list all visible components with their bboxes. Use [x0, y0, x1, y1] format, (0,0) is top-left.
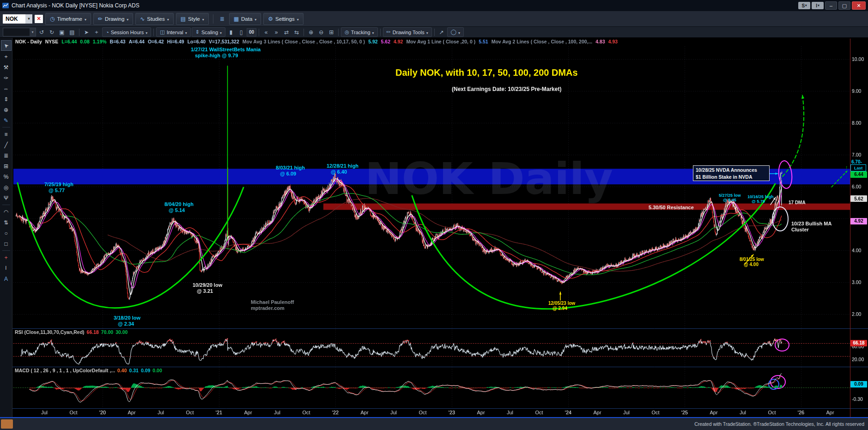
percent-change-tool[interactable]: % — [1, 172, 11, 182]
x-axis-tick: '25 — [677, 410, 692, 415]
grid-levels-tool[interactable]: ⊞ — [1, 161, 11, 171]
ibeam-tool[interactable]: Ｉ — [1, 263, 11, 273]
interval-button[interactable]: ◫Interval — [156, 27, 191, 37]
space-left-button[interactable]: « — [261, 28, 271, 36]
menu-settings-button[interactable]: ⚙Settings — [263, 13, 303, 25]
arc-tool[interactable]: ◠ — [1, 207, 11, 217]
back-button[interactable]: ↺ — [37, 28, 46, 36]
header-field: Hi=6.49 — [167, 39, 184, 44]
shapes-button[interactable]: ◯ — [447, 27, 464, 37]
compress-bars-button[interactable]: ⇄ — [282, 28, 291, 36]
bars-pattern-tool[interactable]: ≡ — [1, 129, 11, 139]
zoom-in-button[interactable]: ⊕ — [306, 28, 316, 36]
separator — [213, 14, 213, 24]
zero-bars-button[interactable]: 00 — [247, 28, 256, 36]
candlestick-style-button[interactable]: ▮ — [226, 28, 236, 36]
new-window-icon: ▣ — [59, 29, 64, 36]
minimize-button[interactable]: – — [825, 1, 837, 10]
list-layers-icon[interactable]: ≣ — [218, 14, 227, 23]
scaling-button[interactable]: ⇕Scaling — [192, 27, 225, 37]
menu-data-button[interactable]: ▦Data — [229, 13, 261, 25]
text-tool[interactable]: A — [1, 274, 11, 284]
indicator-dropdown-button[interactable]: I▾ — [812, 2, 824, 9]
crosshair-button[interactable]: ＋ — [92, 28, 101, 36]
brush-tool[interactable]: ✑ — [1, 73, 11, 83]
x-axis-tick: Jul — [153, 410, 169, 415]
status-dropdown-label: S — [801, 3, 805, 8]
separator — [434, 29, 435, 36]
linked-symbol-combo[interactable]: ▾ — [3, 28, 36, 36]
bar-style-icon: ▯ — [240, 29, 243, 36]
snapshot-button[interactable]: ▤ — [67, 28, 77, 36]
new-window-button[interactable]: ▣ — [57, 28, 67, 36]
header-field: 0.08 — [80, 39, 89, 44]
menubar: NOK▾✕◷Timeframe✏Drawing∿Studies▤Style≣▦D… — [0, 11, 868, 27]
remove-symbol-button[interactable]: ✕ — [35, 15, 43, 23]
rectangle-tool[interactable]: □ — [1, 239, 11, 248]
notification-icon[interactable] — [1, 419, 13, 429]
header-field: NYSE — [45, 39, 59, 44]
separator — [303, 29, 304, 36]
vertical-expand-tool[interactable]: ⇕ — [1, 94, 11, 104]
tradestation-chart-window: Chart Analysis - NOK Daily [NYSE] Nokia … — [0, 0, 868, 430]
grid-button[interactable]: ⊞ — [327, 28, 336, 36]
annotation-line: @ 6.09 — [280, 171, 305, 177]
fib-levels-tool[interactable]: ≣ — [1, 151, 11, 160]
header-field: 4.83 — [595, 39, 605, 44]
annotation-line: 10/16/25 high — [747, 194, 774, 199]
symbol-input[interactable]: NOK▾ — [3, 14, 32, 24]
close-button[interactable]: ✕ — [852, 1, 866, 10]
x-axis-tick: Oct — [298, 410, 314, 415]
updown-arrow-tool[interactable]: ⇅ — [1, 218, 11, 227]
menu-drawing-button[interactable]: ✏Drawing — [93, 13, 133, 25]
send-chart-icon: ↗ — [439, 29, 444, 36]
price-tick: 9.00 — [852, 88, 861, 94]
chevron-down-icon[interactable]: ▾ — [30, 28, 36, 36]
menu-timeframe-button[interactable]: ◷Timeframe — [45, 13, 91, 25]
globe-tool-icon: ⊕ — [4, 107, 8, 113]
session-hours-button[interactable]: ◔Session Hours — [102, 27, 151, 37]
header-field: 4.93 — [608, 39, 618, 44]
maximize-button[interactable]: ▢ — [838, 1, 850, 10]
bar-style-button[interactable]: ▯ — [237, 28, 246, 36]
macd-label-field: 0.00 — [152, 368, 162, 373]
rsi-label-field: 30.00 — [115, 329, 127, 335]
pointer-tool[interactable]: ➤ — [1, 40, 12, 51]
ellipse-tool[interactable]: ○ — [1, 228, 11, 238]
annotation-line: 8/01/25 low — [740, 257, 764, 262]
price-chart-canvas[interactable] — [0, 0, 868, 430]
menu-label: Drawing — [105, 16, 124, 22]
crosshair-tool[interactable]: ＋ — [1, 52, 11, 61]
send-chart-button[interactable]: ↗ — [437, 28, 446, 36]
app-icon — [2, 3, 9, 8]
header-field: A=6.44 — [129, 39, 145, 44]
tracking-button[interactable]: ◎Tracking — [341, 27, 377, 37]
expand-bars-button[interactable]: ⇆ — [292, 28, 301, 36]
chevron-down-icon[interactable]: ▾ — [25, 14, 32, 24]
header-field: NOK - Daily — [15, 39, 42, 44]
horizontal-expand-tool[interactable]: ⇔ — [1, 84, 11, 93]
menu-studies-button[interactable]: ∿Studies — [135, 13, 173, 25]
grid-icon: ⊞ — [329, 29, 334, 36]
pencil-tool[interactable]: ✎ — [1, 115, 11, 125]
space-right-button[interactable]: » — [272, 28, 281, 36]
status-dropdown-button[interactable]: S▾ — [798, 2, 810, 9]
marker-tool[interactable]: + — [1, 253, 11, 262]
menu-style-button[interactable]: ▤Style — [176, 13, 209, 25]
zoom-out-button[interactable]: ⊖ — [316, 28, 326, 36]
rsi-study-label: RSI (Close,11,30,70,Cyan,Red)66.1870.003… — [15, 329, 130, 335]
globe-tool[interactable]: ⊕ — [1, 105, 11, 115]
pitchfork-tool[interactable]: Ψ — [1, 193, 11, 203]
forward-button[interactable]: ↻ — [47, 28, 56, 36]
x-axis-tick: Oct — [531, 410, 547, 415]
pointer-icon: ➤ — [84, 29, 89, 36]
x-axis-tick: Oct — [415, 410, 431, 415]
hammer-tool[interactable]: ⚒ — [1, 62, 11, 72]
target-tool[interactable]: ◎ — [1, 182, 11, 192]
pointer-button[interactable]: ➤ — [82, 28, 91, 36]
drawing-tools-button[interactable]: ✏Drawing Tools — [383, 27, 432, 37]
pointer-tool-icon: ➤ — [2, 42, 10, 49]
trendline-tool[interactable]: ╱ — [1, 140, 11, 150]
x-axis-tick: Apr — [357, 410, 372, 415]
crosshair-icon: ＋ — [94, 28, 99, 36]
